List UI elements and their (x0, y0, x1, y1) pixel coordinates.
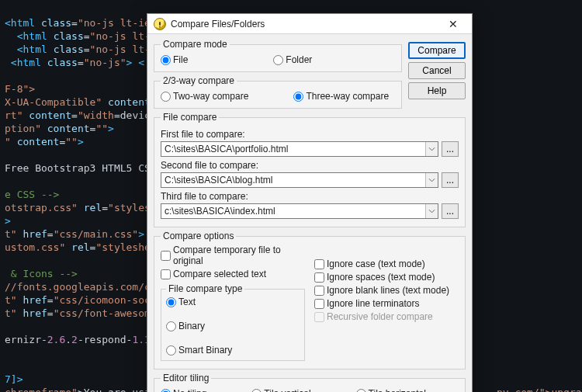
type-text-input[interactable] (166, 297, 176, 307)
selected-text-checkbox[interactable]: Compare selected text (161, 269, 305, 279)
third-file-browse-button[interactable]: ... (442, 203, 459, 219)
compare-options-legend: Compare options (161, 231, 236, 241)
tiling-horizontal-radio[interactable]: Tile horizontal (356, 388, 426, 392)
close-icon[interactable]: ✕ (441, 15, 466, 33)
chevron-down-icon[interactable] (425, 204, 438, 218)
tiling-none-radio[interactable]: No tiling (161, 388, 206, 392)
compare-mode-legend: Compare mode (161, 39, 230, 50)
tiling-vertical-radio[interactable]: Tile vertical (251, 388, 310, 392)
second-file-value: C:\sites\BASICA\blog.html (165, 175, 272, 186)
second-file-combo[interactable]: C:\sites\BASICA\blog.html (161, 172, 438, 188)
cancel-button[interactable]: Cancel (408, 62, 466, 79)
selected-text-input[interactable] (161, 269, 171, 279)
app-icon (154, 18, 166, 30)
file-compare-legend: File compare (161, 112, 219, 123)
file-compare-fieldset: File compare First file to compare: C:\s… (154, 112, 466, 227)
way-compare-fieldset: 2/3-way compare Two-way compare Three-wa… (154, 75, 402, 109)
recursive-folder-input (314, 312, 324, 322)
two-way-radio[interactable]: Two-way compare (161, 91, 248, 102)
type-binary-input[interactable] (166, 321, 176, 331)
chevron-down-icon[interactable] (425, 173, 438, 187)
mode-folder-radio[interactable]: Folder (273, 54, 312, 65)
first-file-label: First file to compare: (161, 129, 459, 140)
ignore-spaces-input[interactable] (314, 272, 324, 283)
mode-file-radio[interactable]: File (161, 54, 188, 65)
second-file-label: Second file to compare: (161, 160, 459, 171)
ignore-blank-input[interactable] (314, 286, 324, 296)
chevron-down-icon[interactable] (425, 142, 438, 156)
ignore-blank-checkbox[interactable]: Ignore blank lines (text mode) (314, 285, 459, 296)
ignore-terminators-checkbox[interactable]: Ignore line terminators (314, 298, 459, 309)
file-compare-type-legend: File compare type (166, 283, 244, 294)
mode-folder-input[interactable] (273, 55, 283, 65)
three-way-radio[interactable]: Three-way compare (293, 91, 389, 102)
compare-mode-fieldset: Compare mode File Folder (154, 39, 402, 72)
two-way-input[interactable] (161, 92, 171, 102)
ignore-terminators-input[interactable] (314, 299, 324, 309)
first-file-value: C:\sites\BASICA\portfolio.html (165, 144, 288, 154)
ignore-case-checkbox[interactable]: Ignore case (text mode) (314, 258, 459, 269)
second-file-browse-button[interactable]: ... (442, 172, 459, 188)
type-smart-input[interactable] (166, 345, 176, 356)
tiling-vertical-input[interactable] (251, 389, 262, 393)
temp-to-original-input[interactable] (161, 251, 171, 261)
recursive-folder-checkbox: Recursive folder compare (314, 311, 459, 322)
type-text-radio[interactable]: Text (166, 297, 300, 307)
type-smart-binary-radio[interactable]: Smart Binary (166, 345, 300, 356)
compare-dialog: Compare Files/Folders ✕ Compare mode Fil… (147, 13, 473, 392)
three-way-input[interactable] (293, 92, 303, 102)
compare-options-fieldset: Compare options Compare temporary file t… (154, 231, 466, 369)
dialog-title: Compare Files/Folders (171, 19, 265, 29)
tiling-horizontal-input[interactable] (356, 389, 366, 393)
third-file-label: Third file to compare: (161, 191, 459, 202)
mode-file-input[interactable] (161, 55, 171, 65)
ignore-spaces-checkbox[interactable]: Ignore spaces (text mode) (314, 272, 459, 283)
tiling-none-input[interactable] (161, 389, 171, 393)
editor-tiling-fieldset: Editor tiling No tiling Tile vertical Ti… (154, 373, 466, 392)
editor-tiling-legend: Editor tiling (161, 373, 211, 383)
type-binary-radio[interactable]: Binary (166, 321, 300, 331)
ignore-case-input[interactable] (314, 259, 324, 269)
compare-button[interactable]: Compare (408, 42, 466, 59)
titlebar[interactable]: Compare Files/Folders ✕ (147, 14, 472, 34)
first-file-combo[interactable]: C:\sites\BASICA\portfolio.html (161, 141, 438, 157)
temp-to-original-checkbox[interactable]: Compare temporary file to original (161, 245, 305, 266)
help-button[interactable]: Help (408, 82, 466, 99)
third-file-combo[interactable]: c:\sites\BASICA\index.html (161, 203, 438, 219)
way-compare-legend: 2/3-way compare (161, 75, 237, 86)
third-file-value: c:\sites\BASICA\index.html (165, 206, 275, 217)
first-file-browse-button[interactable]: ... (442, 141, 459, 157)
file-compare-type-fieldset: File compare type Text Binary Smart Bina… (161, 283, 305, 361)
